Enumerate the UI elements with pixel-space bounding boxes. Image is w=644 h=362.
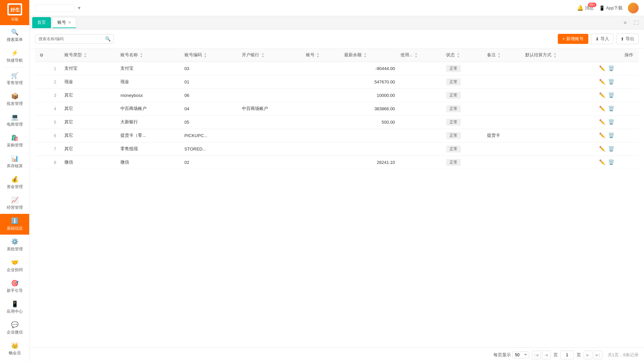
td-usage [398, 156, 444, 169]
td-usage [398, 102, 444, 115]
delete-icon[interactable]: 🗑️ [608, 106, 614, 112]
th-remark-label: 备注 [487, 52, 496, 57]
td-account-type: 现金 [62, 75, 118, 88]
th-account-code[interactable]: 账号编码 ▲▼ [182, 49, 239, 62]
notification-button[interactable]: 🔔 99+ 消息 [577, 5, 594, 11]
edit-icon[interactable]: ✏️ [599, 146, 605, 152]
user-avatar[interactable] [628, 3, 639, 13]
sidebar-item-quicknav[interactable]: ⚡ 快捷导航 [0, 46, 29, 67]
sidebar-item-enterprise-wechat[interactable]: 💬 企业微信 [0, 318, 29, 339]
td-index: 8 [48, 156, 62, 169]
sidebar-item-purchase[interactable]: 🛍️ 采购管理 [0, 131, 29, 152]
prev-page-button[interactable]: ◀ [542, 351, 551, 359]
delete-icon[interactable]: 🗑️ [608, 146, 614, 152]
td-bank [239, 129, 303, 142]
th-action-label: 操作 [625, 52, 633, 57]
th-bank[interactable]: 开户银行 ▲▼ [239, 49, 303, 62]
td-default-settlement [523, 115, 596, 129]
sidebar-item-wholesale[interactable]: 📦 批发管理 [0, 89, 29, 110]
divider [3, 67, 26, 68]
sidebar-item-inventory[interactable]: 📊 库存核算 [0, 152, 29, 172]
delete-icon[interactable]: 🗑️ [608, 79, 614, 85]
add-account-button[interactable]: + 新增账号 [558, 34, 588, 44]
delete-icon[interactable]: 🗑️ [608, 92, 614, 98]
edit-icon[interactable]: ✏️ [599, 119, 605, 125]
th-account-type[interactable]: 账号类型 ▲▼ [62, 49, 118, 62]
search-button[interactable]: 🔍 [102, 35, 113, 43]
td-index: 3 [48, 88, 62, 102]
td-bank [239, 142, 303, 156]
sidebar-item-guide[interactable]: 🎯 新手引导 [0, 276, 29, 297]
td-bank [239, 156, 303, 169]
sidebar-item-system[interactable]: ⚙️ 系统管理 [0, 235, 29, 255]
sidebar-item-enterprise-agreement[interactable]: 🤝 企业协同 [0, 255, 29, 276]
sidebar-item-app-center[interactable]: 📱 应用中心 [0, 297, 29, 318]
tab-close-icon[interactable]: ✕ [68, 21, 71, 24]
toolbar: 🔍 + 新增账号 ⬇ 导入 ⬆ 导出 [30, 29, 644, 49]
th-default-settlement[interactable]: 默认结算方式 ▲▼ [523, 49, 596, 62]
topbar-dropdown[interactable]: ▾ [78, 5, 80, 11]
td-latest-balance: -90444.00 [341, 62, 397, 75]
th-remark[interactable]: 备注 ▲▼ [484, 49, 523, 62]
th-account-name[interactable]: 账号名称 ▲▼ [118, 49, 181, 62]
svg-text:好生: 好生 [10, 7, 20, 12]
edit-icon[interactable]: ✏️ [599, 79, 605, 85]
td-action: ✏️ 🗑️ [596, 102, 639, 115]
td-latest-balance: 10000.00 [341, 88, 397, 102]
edit-icon[interactable]: ✏️ [599, 65, 605, 71]
last-page-button[interactable]: ▶| [594, 351, 602, 359]
sidebar-item-retail[interactable]: 🛒 零售管理 [0, 68, 29, 89]
retail-icon: 🛒 [11, 72, 18, 79]
td-settings [35, 62, 48, 75]
th-latest-balance[interactable]: 最新余额 ▲▼ [341, 49, 397, 62]
edit-icon[interactable]: ✏️ [599, 92, 605, 98]
td-account-name: moneybosx [118, 88, 181, 102]
sidebar-item-basic[interactable]: ℹ️ 基础信息 [0, 214, 29, 235]
td-account-name: 零售抵现 [118, 142, 181, 156]
import-button[interactable]: ⬇ 导入 [591, 34, 613, 44]
delete-icon[interactable]: 🗑️ [608, 119, 614, 125]
edit-icon[interactable]: ✏️ [599, 132, 605, 138]
sidebar-item-search[interactable]: 🔍 搜索菜单 [0, 25, 29, 46]
delete-icon[interactable]: 🗑️ [608, 159, 614, 165]
tab-account[interactable]: 账号 ✕ [52, 17, 76, 28]
tab-home[interactable]: 首页 [32, 17, 51, 28]
td-bank [239, 115, 303, 129]
sidebar-item-ecommerce[interactable]: 💻 电商管理 [0, 110, 29, 131]
td-default-settlement [523, 88, 596, 102]
delete-icon[interactable]: 🗑️ [608, 65, 614, 71]
sidebar-item-member[interactable]: 👑 畅会员 [0, 339, 29, 359]
topbar-search-input[interactable] [35, 4, 75, 12]
first-page-button[interactable]: |◀ [532, 351, 541, 359]
accounts-table: ⚙ 账号类型 ▲▼ 账号名称 ▲▼ 账号编码 ▲▼ [35, 49, 639, 169]
page-input[interactable] [560, 351, 574, 359]
td-remark [484, 156, 523, 169]
export-button[interactable]: ⬆ 导出 [616, 34, 639, 44]
delete-icon[interactable]: 🗑️ [608, 132, 614, 138]
sort-icon: ▲▼ [316, 52, 319, 58]
per-page-select[interactable]: 50 20 100 [512, 352, 529, 358]
edit-icon[interactable]: ✏️ [599, 106, 605, 112]
td-account-no [303, 88, 342, 102]
th-latest-balance-label: 最新余额 [344, 52, 362, 57]
next-page-button[interactable]: ▶ [584, 351, 592, 359]
td-bank [239, 62, 303, 75]
th-status[interactable]: 状态 ▲▼ [443, 49, 484, 62]
td-account-code: 03 [182, 62, 239, 75]
td-latest-balance: 547670.00 [341, 75, 397, 88]
table-row: 1 支付宝 支付宝 03 -90444.00 正常 ✏️ 🗑️ [35, 62, 639, 75]
maximize-window-button[interactable]: ⛶ [631, 19, 641, 27]
edit-icon[interactable]: ✏️ [599, 159, 605, 165]
app-download-button[interactable]: 📱 App下载 [599, 5, 623, 11]
close-window-button[interactable]: ✕ [621, 19, 630, 27]
settings-gear-icon[interactable]: ⚙ [40, 53, 44, 58]
td-account-no [303, 62, 342, 75]
table-row: 2 现金 现金 01 547670.00 正常 ✏️ 🗑️ [35, 75, 639, 88]
sidebar-item-finance[interactable]: 💰 资金管理 [0, 172, 29, 193]
td-usage [398, 115, 444, 129]
sidebar-item-label: 批发管理 [7, 101, 23, 107]
th-usage[interactable]: 使用... ▲▼ [398, 49, 444, 62]
th-account-no[interactable]: 账号 ▲▼ [303, 49, 342, 62]
search-input[interactable] [35, 35, 102, 43]
sidebar-item-operations[interactable]: 📈 经营管理 [0, 193, 29, 214]
